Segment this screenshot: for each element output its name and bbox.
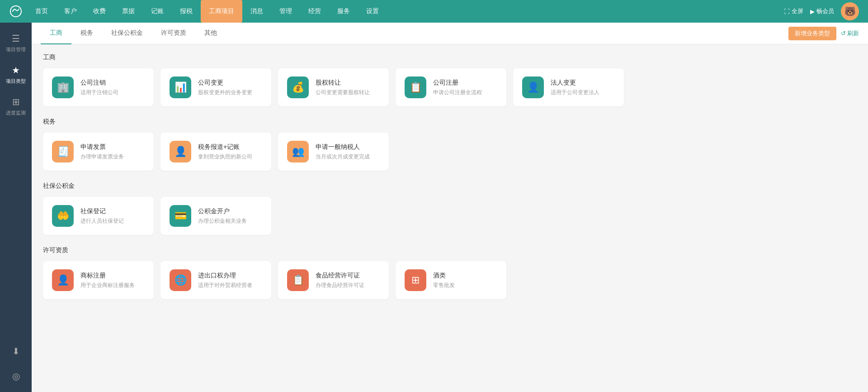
star-icon: ★ [12, 65, 20, 76]
card-desc: 适用于公司变更法人 [551, 89, 599, 96]
content-area: 工商 税务 社保公积金 许可资质 其他 新增业务类型 ↺ 刷新 [32, 23, 868, 392]
card-desc: 申请公司注册全流程 [433, 89, 482, 96]
tab-bar-right: 新增业务类型 ↺ 刷新 [788, 27, 859, 40]
card-icon: 👤 [52, 269, 74, 291]
card-text: 申请一般纳税人当月或次月成变更完成 [316, 143, 370, 161]
fullscreen-btn[interactable]: ⛶ 全屏 [784, 7, 803, 15]
service-card[interactable]: 💳公积金开户办理公积金相关业务 [160, 197, 271, 235]
logo [5, 0, 27, 23]
card-icon: 💳 [170, 205, 191, 227]
service-card[interactable]: 🏢公司注销适用于注销公司 [43, 68, 154, 106]
card-name: 社保登记 [80, 207, 124, 215]
vip-icon: ▶ [810, 8, 815, 15]
tab-other-label: 其他 [204, 29, 217, 37]
card-icon: 📊 [170, 76, 191, 98]
tab-gongshang[interactable]: 工商 [41, 23, 71, 44]
card-text: 公司注销适用于注销公司 [80, 79, 118, 96]
card-text: 进出口权办理适用于对外贸易经营者 [198, 272, 252, 289]
cards-grid-许可资质: 👤商标注册用于企业商标注册服务🌐进出口权办理适用于对外贸易经营者📋食品经营许可证… [43, 261, 857, 299]
nav-item-设置[interactable]: 设置 [358, 0, 387, 23]
tab-shebao[interactable]: 社保公积金 [102, 23, 152, 44]
card-icon: 👥 [287, 141, 309, 163]
card-icon: 📋 [405, 76, 426, 98]
main-layout: ☰ 项目管理 ★ 项目类型 ⊞ 进度监测 ⬇ ◎ 工商 税务 社保公积金 [0, 23, 868, 392]
service-card[interactable]: 👥申请一般纳税人当月或次月成变更完成 [278, 133, 389, 171]
card-desc: 当月或次月成变更完成 [316, 153, 370, 161]
sidebar-label-project-mgmt: 项目管理 [6, 46, 26, 53]
card-text: 公积金开户办理公积金相关业务 [198, 207, 247, 225]
refresh-label: 刷新 [847, 29, 859, 38]
tab-other[interactable]: 其他 [195, 23, 226, 44]
service-card[interactable]: 💰股权转让公司变更需要股权转让 [278, 68, 389, 106]
scroll-content[interactable]: 工商🏢公司注销适用于注销公司📊公司变更股权变更外的业务变更💰股权转让公司变更需要… [32, 44, 868, 392]
service-card[interactable]: 🧾申请发票办理申请发票业务 [43, 133, 154, 171]
service-card[interactable]: 📊公司变更股权变更外的业务变更 [160, 68, 271, 106]
nav-item-报税[interactable]: 报税 [172, 0, 201, 23]
tab-xuke-label: 许可资质 [161, 29, 186, 37]
service-card[interactable]: 🌐进出口权办理适用于对外贸易经营者 [160, 261, 271, 299]
sidebar-item-project-mgmt[interactable]: ☰ 项目管理 [0, 27, 32, 59]
tab-bar: 工商 税务 社保公积金 许可资质 其他 新增业务类型 ↺ 刷新 [32, 23, 868, 44]
card-name: 酒类 [433, 272, 455, 280]
nav-item-工商项目[interactable]: 工商项目 [201, 0, 242, 23]
card-name: 公司注销 [80, 79, 118, 87]
service-card[interactable]: ⊞酒类零售批发 [396, 261, 506, 299]
sidebar-item-progress[interactable]: ⊞ 进度监测 [0, 91, 32, 122]
tab-xuke[interactable]: 许可资质 [152, 23, 195, 44]
service-card[interactable]: 👤税务报道+记账拿到营业执照的新公司 [160, 133, 271, 171]
nav-item-管理[interactable]: 管理 [271, 0, 300, 23]
nav-item-记账[interactable]: 记账 [143, 0, 172, 23]
sidebar-item-project-type[interactable]: ★ 项目类型 [0, 59, 32, 91]
card-icon: 🤲 [52, 205, 74, 227]
card-text: 食品经营许可证办理食品经营许可证 [316, 272, 364, 289]
card-desc: 股权变更外的业务变更 [198, 89, 252, 96]
service-card[interactable]: 👤法人变更适用于公司变更法人 [513, 68, 624, 106]
nav-items: 首页客户收费票据记账报税工商项目消息管理经营服务设置 [27, 0, 784, 23]
card-desc: 拿到营业执照的新公司 [198, 153, 252, 161]
nav-item-经营[interactable]: 经营 [300, 0, 329, 23]
card-icon: 👤 [522, 76, 544, 98]
nav-item-消息[interactable]: 消息 [242, 0, 271, 23]
card-icon: 👤 [170, 141, 191, 163]
sidebar-label-project-type: 项目类型 [6, 78, 26, 85]
location-icon-btn[interactable]: ◎ [0, 365, 32, 387]
card-desc: 办理食品经营许可证 [316, 282, 364, 289]
card-icon: 🏢 [52, 76, 74, 98]
card-icon: 💰 [287, 76, 309, 98]
card-icon: 🌐 [170, 269, 191, 291]
service-card[interactable]: 🤲社保登记进行人员社保登记 [43, 197, 154, 235]
top-nav-right: ⛶ 全屏 ▶ 畅会员 🐻 [784, 2, 859, 20]
card-name: 商标注册 [80, 272, 135, 280]
vip-btn[interactable]: ▶ 畅会员 [810, 7, 834, 15]
card-name: 法人变更 [551, 79, 599, 87]
download-icon-btn[interactable]: ⬇ [0, 340, 32, 363]
cards-grid-税务: 🧾申请发票办理申请发票业务👤税务报道+记账拿到营业执照的新公司👥申请一般纳税人当… [43, 133, 857, 171]
card-name: 公司变更 [198, 79, 252, 87]
card-desc: 用于企业商标注册服务 [80, 282, 135, 289]
tab-shuiwu[interactable]: 税务 [71, 23, 102, 44]
section-title-社保公积金: 社保公积金 [43, 182, 857, 190]
service-card[interactable]: 👤商标注册用于企业商标注册服务 [43, 261, 154, 299]
section-title-许可资质: 许可资质 [43, 246, 857, 254]
card-name: 申请一般纳税人 [316, 143, 370, 151]
refresh-icon: ↺ [841, 30, 846, 37]
card-text: 税务报道+记账拿到营业执照的新公司 [198, 143, 252, 161]
cards-grid-社保公积金: 🤲社保登记进行人员社保登记💳公积金开户办理公积金相关业务 [43, 197, 857, 235]
card-name: 公积金开户 [198, 207, 247, 215]
card-name: 食品经营许可证 [316, 272, 364, 280]
service-card[interactable]: 📋公司注册申请公司注册全流程 [396, 68, 506, 106]
nav-item-收费[interactable]: 收费 [85, 0, 114, 23]
nav-item-首页[interactable]: 首页 [27, 0, 56, 23]
card-text: 酒类零售批发 [433, 272, 455, 289]
card-text: 社保登记进行人员社保登记 [80, 207, 124, 225]
nav-item-客户[interactable]: 客户 [56, 0, 85, 23]
card-desc: 适用于对外贸易经营者 [198, 282, 252, 289]
section-title-税务: 税务 [43, 118, 857, 126]
card-text: 股权转让公司变更需要股权转让 [316, 79, 370, 96]
nav-item-服务[interactable]: 服务 [329, 0, 358, 23]
add-type-button[interactable]: 新增业务类型 [788, 27, 836, 40]
sidebar: ☰ 项目管理 ★ 项目类型 ⊞ 进度监测 ⬇ ◎ [0, 23, 32, 392]
service-card[interactable]: 📋食品经营许可证办理食品经营许可证 [278, 261, 389, 299]
nav-item-票据[interactable]: 票据 [114, 0, 143, 23]
refresh-button[interactable]: ↺ 刷新 [841, 29, 859, 38]
